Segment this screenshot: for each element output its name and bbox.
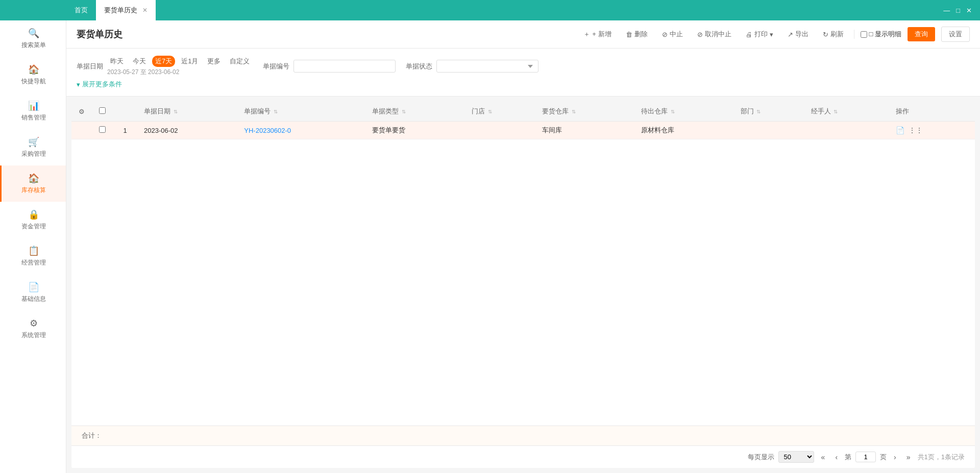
display-detail-label: □ 显示明细 (869, 30, 901, 39)
delete-icon: 🗑 (626, 31, 632, 38)
cancel-stop-button[interactable]: ⊘ 取消中止 (693, 28, 736, 41)
expand-more-icon: ▾ (77, 81, 80, 88)
sidebar-item-quick-nav-label: 快捷导航 (21, 77, 46, 86)
search-menu-icon: 🔍 (28, 28, 39, 39)
th-doc-type-label: 单据类型 (372, 107, 399, 115)
th-doc-type[interactable]: 单据类型 ⇅ (366, 102, 465, 122)
row-action-btns: 📄 ⋮⋮ (896, 126, 969, 134)
sort-doc-number-icon: ⇅ (274, 109, 278, 114)
sidebar-item-ops-mgmt-label: 经营管理 (21, 258, 46, 267)
row-actions-cell: 📄 ⋮⋮ (890, 122, 975, 139)
display-detail-checkbox[interactable] (861, 31, 867, 38)
row-checkbox[interactable] (99, 126, 106, 133)
page-size-label: 每页显示 (748, 453, 774, 462)
sort-req-warehouse-icon: ⇅ (572, 109, 576, 114)
row-doc-number-link[interactable]: YH-20230602-0 (244, 127, 291, 134)
sidebar-item-ops-mgmt[interactable]: 📋 经营管理 (0, 238, 66, 274)
row-handler-cell (805, 122, 890, 139)
th-num (112, 102, 138, 122)
tab-home-label: 首页 (75, 6, 88, 15)
page-header: 要货单历史 ＋ + 新增 🗑 删除 ⊘ 中止 ⊘ 取消中止 (66, 20, 980, 49)
next-page-btn[interactable]: › (891, 452, 899, 462)
query-button[interactable]: 查询 (908, 27, 935, 41)
row-doc-number-cell: YH-20230602-0 (238, 122, 366, 139)
page-size-select[interactable]: 10 20 50 100 (778, 451, 814, 463)
th-store-label: 门店 (472, 107, 485, 115)
th-department-label: 部门 (741, 107, 754, 115)
sidebar-item-inventory[interactable]: 🏠 库存核算 (0, 165, 66, 202)
tab-requisition-history[interactable]: 要货单历史 ✕ (96, 0, 156, 20)
select-all-checkbox[interactable] (99, 107, 106, 114)
doc-number-input[interactable] (293, 60, 396, 73)
delete-button[interactable]: 🗑 删除 (622, 28, 652, 41)
tab-close-icon[interactable]: ✕ (142, 7, 148, 14)
window-minimize-btn[interactable]: — (943, 7, 950, 14)
stop-button[interactable]: ⊘ 中止 (658, 28, 687, 41)
row-num-cell: 1 (112, 122, 138, 139)
new-icon: ＋ (583, 30, 590, 39)
th-handler[interactable]: 经手人 ⇅ (805, 102, 890, 122)
refresh-button[interactable]: ↻ 刷新 (819, 28, 848, 41)
export-button[interactable]: ↗ 导出 (783, 28, 813, 41)
sort-doc-type-icon: ⇅ (402, 109, 406, 114)
th-handler-label: 经手人 (811, 107, 831, 115)
window-maximize-btn[interactable]: □ (956, 7, 960, 14)
table-header-row: ⚙ 单据日期 ⇅ 单据编号 ⇅ (71, 102, 975, 122)
shortcut-today[interactable]: 今天 (130, 56, 149, 67)
row-pending-warehouse: 原材料仓库 (641, 126, 674, 134)
sidebar-item-basic-info-label: 基础信息 (21, 295, 46, 303)
shortcut-more[interactable]: 更多 (204, 56, 224, 67)
row-num: 1 (123, 127, 127, 134)
new-button[interactable]: ＋ + 新增 (579, 28, 615, 41)
shortcut-yesterday[interactable]: 昨天 (107, 56, 127, 67)
th-actions: 操作 (890, 102, 975, 122)
expand-more-label: 展开更多条件 (82, 80, 122, 89)
sidebar-item-sales-mgmt[interactable]: 📊 销售管理 (0, 93, 66, 129)
prev-page-btn[interactable]: ‹ (832, 452, 841, 462)
th-doc-date-label: 单据日期 (144, 107, 170, 115)
sidebar-item-search-menu-label: 搜索菜单 (21, 41, 46, 50)
sidebar-item-basic-info[interactable]: 📄 基础信息 (0, 274, 66, 311)
expand-more-btn[interactable]: ▾ 展开更多条件 (77, 80, 970, 89)
row-more-action-btn[interactable]: ⋮⋮ (909, 126, 923, 134)
sidebar-item-purchase-mgmt-label: 采购管理 (21, 150, 46, 158)
summary-row: 合计： (71, 425, 975, 445)
table-settings-gear-icon[interactable]: ⚙ (78, 108, 86, 115)
row-pending-warehouse-cell: 原材料仓库 (635, 122, 734, 139)
sidebar-item-quick-nav[interactable]: 🏠 快捷导航 (0, 57, 66, 93)
cancel-stop-icon: ⊘ (697, 31, 703, 38)
table-body: 1 2023-06-02 YH-20230602-0 要货单要货 (71, 122, 975, 139)
print-button[interactable]: 🖨 打印 ▾ (742, 28, 777, 41)
th-department[interactable]: 部门 ⇅ (734, 102, 805, 122)
th-store[interactable]: 门店 ⇅ (465, 102, 536, 122)
th-req-warehouse[interactable]: 要货仓库 ⇅ (536, 102, 635, 122)
display-detail-toggle[interactable]: □ 显示明细 (861, 30, 901, 39)
th-actions-label: 操作 (896, 107, 909, 115)
inventory-icon: 🏠 (28, 173, 39, 184)
th-doc-number[interactable]: 单据编号 ⇅ (238, 102, 366, 122)
sidebar-item-sys-mgmt[interactable]: ⚙ 系统管理 (0, 311, 66, 347)
shortcut-7days[interactable]: 近7天 (152, 56, 175, 67)
th-doc-date[interactable]: 单据日期 ⇅ (138, 102, 238, 122)
main-layout: 🔍 搜索菜单 🏠 快捷导航 📊 销售管理 🛒 采购管理 🏠 库存核算 🔒 资金管… (0, 20, 980, 473)
status-select[interactable] (436, 60, 538, 73)
row-check-cell (92, 122, 112, 139)
last-page-btn[interactable]: » (903, 452, 914, 462)
sidebar-item-purchase-mgmt[interactable]: 🛒 采购管理 (0, 129, 66, 165)
row-view-action-btn[interactable]: 📄 (896, 126, 904, 134)
th-pending-warehouse[interactable]: 待出仓库 ⇅ (635, 102, 734, 122)
shortcut-1month[interactable]: 近1月 (178, 56, 201, 67)
filter-area: 单据日期 昨天 今天 近7天 近1月 更多 自定义 2023-05-27 至 2… (66, 49, 980, 97)
shortcut-custom[interactable]: 自定义 (227, 56, 253, 67)
table-row[interactable]: 1 2023-06-02 YH-20230602-0 要货单要货 (71, 122, 975, 139)
sidebar-item-search-menu[interactable]: 🔍 搜索菜单 (0, 20, 66, 57)
filter-row: 单据日期 昨天 今天 近7天 近1月 更多 自定义 2023-05-27 至 2… (77, 56, 970, 77)
sidebar-item-funds-mgmt[interactable]: 🔒 资金管理 (0, 202, 66, 238)
window-close-btn[interactable]: ✕ (966, 7, 972, 14)
th-check (92, 102, 112, 122)
tab-home[interactable]: 首页 (66, 0, 96, 20)
settings-button[interactable]: 设置 (941, 27, 970, 42)
print-icon: 🖨 (746, 31, 752, 38)
page-input[interactable] (855, 452, 876, 462)
first-page-btn[interactable]: « (818, 452, 828, 462)
